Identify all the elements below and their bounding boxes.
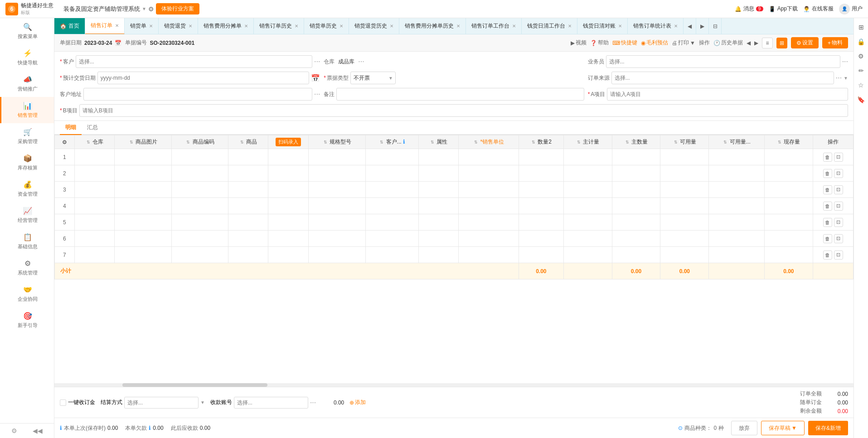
row-main-measure-3[interactable] xyxy=(563,182,612,198)
table-container[interactable]: ⚙ ⇅ 仓库 ⇅ 商品图片 ⇅ xyxy=(54,135,853,383)
row-customer-code-7[interactable] xyxy=(366,247,419,263)
row-product-img-1[interactable] xyxy=(114,149,171,165)
row-product-img-6[interactable] xyxy=(114,231,171,247)
row-product-code-3[interactable] xyxy=(171,182,228,198)
row-product-img-3[interactable] xyxy=(114,182,171,198)
calendar2-icon[interactable]: 📅 xyxy=(311,74,320,82)
row-warehouse-3[interactable] xyxy=(74,182,114,198)
row-main-qty-3[interactable] xyxy=(612,182,660,198)
row-warehouse-4[interactable] xyxy=(74,198,114,214)
sidebar-item-basic-info[interactable]: 📋 基础信息 xyxy=(0,228,54,255)
row-available-2[interactable] xyxy=(660,165,709,182)
row-scan-3[interactable] xyxy=(268,182,309,198)
sort-icon[interactable]: ⇅ xyxy=(474,140,478,144)
sort-icon[interactable]: ⇅ xyxy=(130,140,133,144)
save-new-btn[interactable]: 保存&新增 xyxy=(808,421,848,435)
info-icon[interactable]: ℹ xyxy=(403,139,405,145)
row-scan-5[interactable] xyxy=(268,214,309,231)
sidebar-item-inventory[interactable]: 📦 库存核算 xyxy=(0,149,54,176)
view-btn[interactable]: ▶ 视频 xyxy=(571,39,587,47)
row-spec-6[interactable] xyxy=(309,231,366,247)
sidebar-item-guide[interactable]: 🎯 新手引导 xyxy=(0,307,54,333)
sort-icon[interactable]: ⇅ xyxy=(778,140,781,144)
row-available2-3[interactable] xyxy=(709,182,765,198)
last-save-info-icon[interactable]: ℹ xyxy=(60,425,62,431)
row-available-3[interactable] xyxy=(660,182,709,198)
row-spec-1[interactable] xyxy=(309,149,366,165)
row-attr-3[interactable] xyxy=(418,182,458,198)
help-btn[interactable]: ❓ 帮助 xyxy=(590,39,609,47)
tab-daily-clear[interactable]: 钱货日清工作台 ✕ xyxy=(522,18,577,34)
row-copy-btn-3[interactable]: ⊡ xyxy=(834,185,843,194)
product-count-icon[interactable]: ⊙ xyxy=(678,425,683,431)
row-main-measure-2[interactable] xyxy=(563,165,612,182)
row-spec-4[interactable] xyxy=(309,198,366,214)
row-scan-1[interactable] xyxy=(268,149,309,165)
row-sales-unit-5[interactable] xyxy=(459,214,519,231)
row-scan-6[interactable] xyxy=(268,231,309,247)
row-product-code-1[interactable] xyxy=(171,149,228,165)
row-copy-btn-1[interactable]: ⊡ xyxy=(834,153,843,162)
row-copy-btn-4[interactable]: ⊡ xyxy=(834,202,843,211)
row-qty2-2[interactable] xyxy=(519,165,564,182)
row-stock-6[interactable] xyxy=(764,231,813,247)
row-customer-code-2[interactable] xyxy=(366,165,419,182)
row-copy-btn-2[interactable]: ⊡ xyxy=(834,169,843,178)
row-sales-unit-6[interactable] xyxy=(459,231,519,247)
user-menu[interactable]: 👤 用户 xyxy=(839,4,863,14)
add-payment-btn[interactable]: ⊕ 添加 xyxy=(349,399,366,406)
row-available-1[interactable] xyxy=(660,149,709,165)
row-product-code-7[interactable] xyxy=(171,247,228,263)
sort-icon[interactable]: ⇅ xyxy=(87,140,90,144)
row-warehouse-1[interactable] xyxy=(74,149,114,165)
row-product-5[interactable] xyxy=(228,214,268,231)
row-main-measure-4[interactable] xyxy=(563,198,612,214)
sort-icon[interactable]: ⇅ xyxy=(532,140,535,144)
row-main-measure-7[interactable] xyxy=(563,247,612,263)
address-dots-icon[interactable]: ··· xyxy=(314,90,320,98)
tab-home[interactable]: 🏠 首页 xyxy=(54,18,85,34)
print-btn[interactable]: 🖨 打印 ▼ xyxy=(672,39,695,47)
shortcut-btn[interactable]: ⌨ 快捷键 xyxy=(612,39,637,47)
sort-icon[interactable]: ⇅ xyxy=(186,140,190,144)
row-product-img-7[interactable] xyxy=(114,247,171,263)
tab-sales-order[interactable]: 销售订单 ✕ xyxy=(85,18,125,34)
tab-close-expense-history[interactable]: ✕ xyxy=(456,24,460,29)
row-delete-btn-7[interactable]: 🗑 xyxy=(823,250,832,260)
row-attr-4[interactable] xyxy=(418,198,458,214)
industry-btn[interactable]: 体验行业方案 xyxy=(156,3,199,14)
row-sales-unit-3[interactable] xyxy=(459,182,519,198)
tab-summary[interactable]: 汇总 xyxy=(82,121,103,135)
scroll-thumb[interactable] xyxy=(122,383,267,387)
order-source-dots-icon[interactable]: ··· xyxy=(836,74,842,82)
row-product-3[interactable] xyxy=(228,182,268,198)
row-product-img-5[interactable] xyxy=(114,214,171,231)
row-qty2-7[interactable] xyxy=(519,247,564,263)
row-product-img-2[interactable] xyxy=(114,165,171,182)
row-customer-code-3[interactable] xyxy=(366,182,419,198)
warehouse-dots-icon[interactable]: ··· xyxy=(358,58,364,66)
row-available2-4[interactable] xyxy=(709,198,765,214)
right-panel-icon-3[interactable]: ⚙ xyxy=(856,51,867,62)
sort-icon[interactable]: ⇅ xyxy=(723,140,727,144)
row-main-qty-4[interactable] xyxy=(612,198,660,214)
tab-statistics[interactable]: 销售订单统计表 ✕ xyxy=(628,18,684,34)
sidebar-item-quick-nav[interactable]: ⚡ 快捷导航 xyxy=(0,44,54,71)
row-product-img-4[interactable] xyxy=(114,198,171,214)
sort-icon[interactable]: ⇅ xyxy=(626,140,629,144)
row-warehouse-5[interactable] xyxy=(74,214,114,231)
row-main-measure-5[interactable] xyxy=(563,214,612,231)
row-stock-3[interactable] xyxy=(764,182,813,198)
row-delete-btn-6[interactable]: 🗑 xyxy=(823,234,832,243)
online-service-btn[interactable]: 👨‍💼 在线客服 xyxy=(803,5,834,13)
sort-icon[interactable]: ⇅ xyxy=(577,140,581,144)
row-sales-unit-7[interactable] xyxy=(459,247,519,263)
row-delete-btn-4[interactable]: 🗑 xyxy=(823,202,832,211)
row-spec-3[interactable] xyxy=(309,182,366,198)
row-available2-2[interactable] xyxy=(709,165,765,182)
row-qty2-1[interactable] xyxy=(519,149,564,165)
order-source-input[interactable] xyxy=(611,72,834,84)
operate-btn[interactable]: 操作 xyxy=(699,39,710,47)
row-qty2-6[interactable] xyxy=(519,231,564,247)
row-available-7[interactable] xyxy=(660,247,709,263)
